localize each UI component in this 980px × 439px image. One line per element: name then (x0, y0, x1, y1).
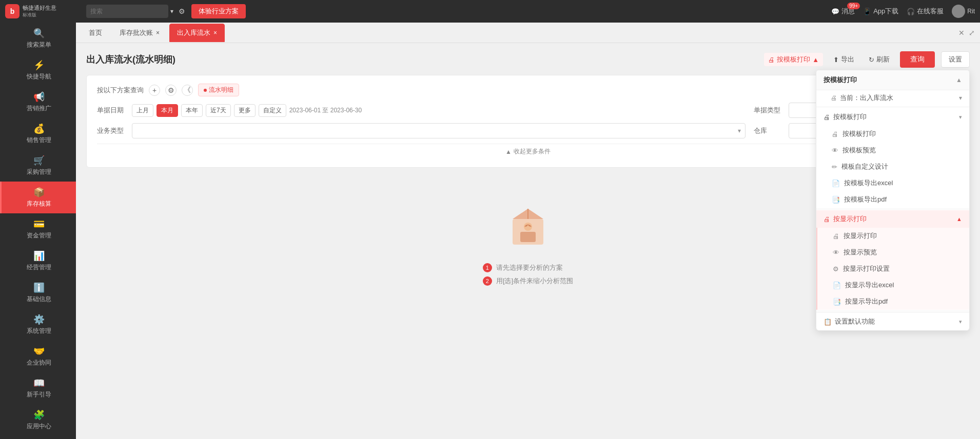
settings-btn[interactable]: 设置 (941, 51, 970, 68)
message-btn[interactable]: 💬 消息 99+ (831, 7, 855, 16)
sidebar-label-finance: 资金管理 (27, 231, 51, 240)
app-download-btn[interactable]: 📱 App下载 (863, 7, 898, 16)
btn-display-export-excel[interactable]: 📄 按显示导出excel (817, 277, 969, 293)
sidebar-item-sales[interactable]: 💰 销售管理 (0, 118, 76, 150)
date-btn-custom[interactable]: 自定义 (259, 104, 286, 117)
online-service-btn[interactable]: 🎧 在线客服 (907, 7, 944, 16)
display-excel-icon: 📄 (833, 282, 841, 289)
sidebar-item-inventory[interactable]: 📦 库存核算 (0, 182, 76, 213)
display-print-subsection: 🖨 按显示打印 👁 按显示预览 ⚙ 按显示打印设置 (816, 228, 969, 310)
sidebar-item-enterprise-collab[interactable]: 🤝 企业协同 (0, 341, 76, 372)
print-template-btn[interactable]: 🖨 按模板打印 ▲ (764, 53, 823, 66)
message-icon: 💬 (831, 8, 839, 15)
logo-area: b 畅捷通好生意 标准版 (5, 4, 81, 18)
sidebar-item-operations[interactable]: 📊 经营管理 (0, 245, 76, 277)
sidebar-label-inventory: 库存核算 (27, 199, 51, 208)
trial-btn[interactable]: 体验行业方案 (191, 4, 246, 18)
date-btn-this-month[interactable]: 本月 (156, 104, 178, 117)
sidebar-item-system[interactable]: ⚙️ 系统管理 (0, 309, 76, 341)
sidebar-label-marketing: 营销推广 (27, 104, 51, 113)
dropdown-title: 按模板打印 (824, 75, 857, 85)
filter-field-date: 单据日期 上月 本月 本年 近7天 更多 自定义 2023-06-01 至 20… (97, 104, 746, 117)
header-gear-icon[interactable]: ⚙ (179, 7, 185, 15)
export-icon: ⬆ (833, 56, 839, 64)
content-area: 首页 库存批次账 × 出入库流水 × ✕ ⤢ 出入库流水(流水明细) (76, 23, 980, 439)
filter-collapse-left-btn[interactable]: 《 (182, 85, 193, 96)
sidebar-item-purchase[interactable]: 🛒 采购管理 (0, 150, 76, 182)
empty-illustration (502, 204, 554, 255)
date-btn-7days[interactable]: 近7天 (206, 104, 231, 117)
query-btn[interactable]: 查询 (900, 51, 935, 68)
btn-template-print[interactable]: 🖨 按模板打印 (816, 126, 969, 142)
filter-tag-flow[interactable]: 流水明细 (198, 84, 239, 96)
export-btn[interactable]: ⬆ 导出 (829, 53, 858, 66)
btn-display-preview[interactable]: 👁 按显示预览 (817, 244, 969, 261)
user-name: Rit (967, 8, 975, 15)
tab-inout-flow[interactable]: 出入库流水 × (169, 24, 225, 42)
tab-home[interactable]: 首页 (81, 24, 110, 42)
basic-info-icon: ℹ️ (33, 282, 45, 293)
business-type-select[interactable]: ▾ (132, 123, 746, 138)
default-settings-icon: 📋 (824, 318, 832, 326)
btn-display-print[interactable]: 🖨 按显示打印 (817, 228, 969, 244)
template-excel-icon: 📄 (832, 179, 840, 187)
template-section-label: 按模板打印 (833, 112, 867, 122)
btn-display-export-pdf[interactable]: 📑 按显示导出pdf (817, 293, 969, 310)
btn-template-design[interactable]: ✏ 模板自定义设计 (816, 158, 969, 175)
sidebar-item-basic-info[interactable]: ℹ️ 基础信息 (0, 277, 76, 309)
template-section-icon: 🖨 (824, 113, 830, 121)
svg-rect-2 (520, 232, 536, 242)
display-print-section[interactable]: 🖨 按显示打印 ▲ (816, 210, 969, 228)
btn-template-preview[interactable]: 👁 按模板预览 (816, 142, 969, 158)
date-label: 单据日期 (97, 106, 128, 115)
sidebar-item-newbie[interactable]: 📖 新手引导 (0, 372, 76, 404)
sidebar-item-search[interactable]: 🔍 搜索菜单 (0, 23, 76, 54)
shortcut-icon: ⚡ (33, 59, 45, 71)
filter-field-business-type: 业务类型 ▾ (97, 123, 746, 138)
refresh-label: 刷新 (876, 55, 890, 64)
btn-template-export-pdf[interactable]: 📑 按模板导出pdf (816, 191, 969, 208)
template-section-arrow: ▾ (959, 114, 962, 121)
tab-inout-flow-close[interactable]: × (213, 30, 217, 36)
refresh-btn[interactable]: ↻ 刷新 (865, 53, 894, 66)
tab-close-all-icon[interactable]: ✕ (958, 29, 965, 37)
tab-inventory-batch-close[interactable]: × (156, 30, 160, 36)
filter-tag-label: 流水明细 (209, 86, 233, 94)
filter-add-btn[interactable]: + (149, 85, 160, 96)
collapse-chevron-icon: ▲ (505, 148, 512, 155)
print-dropdown-panel: 按模板打印 ▲ 🖨 当前：出入库流水 ▾ (816, 70, 970, 331)
empty-steps: 1 请先选择要分析的方案 2 用[选]条件来缩小分析范围 (483, 263, 573, 286)
template-print-section[interactable]: 🖨 按模板打印 ▾ (816, 108, 969, 126)
tab-maximize-icon[interactable]: ⤢ (969, 29, 975, 37)
tab-inventory-batch[interactable]: 库存批次账 × (112, 24, 167, 42)
tab-inventory-batch-label: 库存批次账 (120, 28, 153, 37)
sidebar-item-app-center[interactable]: 🧩 应用中心 (0, 404, 76, 436)
display-preview-label: 按显示预览 (844, 248, 877, 257)
divider-2 (816, 209, 969, 209)
current-item-icon: 🖨 (831, 94, 837, 102)
dropdown-current-row: 🖨 当前：出入库流水 ▾ (816, 90, 969, 106)
user-area[interactable]: Rit (952, 5, 975, 18)
message-badge: 99+ (847, 3, 860, 9)
sidebar-item-wechat[interactable]: 💬 企业微信 (0, 436, 76, 439)
template-preview-label: 按模板预览 (842, 146, 876, 155)
filter-settings-btn[interactable]: ⚙ (165, 85, 177, 96)
btn-display-print-settings[interactable]: ⚙ 按显示打印设置 (817, 261, 969, 277)
step-num-1: 1 (483, 263, 492, 272)
collab-icon: 🤝 (33, 346, 45, 357)
dropdown-collapse-icon[interactable]: ▲ (956, 76, 962, 84)
page-title-bar: 出入库流水(流水明细) 🖨 按模板打印 ▲ ⬆ 导出 ↻ 刷新 (86, 51, 970, 68)
date-btn-this-year[interactable]: 本年 (181, 104, 203, 117)
btn-template-export-excel[interactable]: 📄 按模板导出excel (816, 175, 969, 191)
sidebar-item-finance[interactable]: 💳 资金管理 (0, 213, 76, 245)
set-default-btn[interactable]: 📋 设置默认功能 ▾ (816, 312, 969, 330)
date-picker-group: 上月 本月 本年 近7天 更多 自定义 2023-06-01 至 2023-06… (132, 104, 746, 117)
header-search-dropdown-icon[interactable]: ▾ (170, 8, 173, 15)
header-search-input[interactable] (86, 5, 168, 18)
app-name: 畅捷通好生意 (23, 4, 56, 11)
sidebar-item-marketing[interactable]: 📢 营销推广 (0, 86, 76, 118)
app-badge: 标准版 (23, 12, 56, 18)
sidebar-item-shortcut[interactable]: ⚡ 快捷导航 (0, 54, 76, 86)
date-btn-more[interactable]: 更多 (234, 104, 256, 117)
date-btn-last-month[interactable]: 上月 (132, 104, 153, 117)
